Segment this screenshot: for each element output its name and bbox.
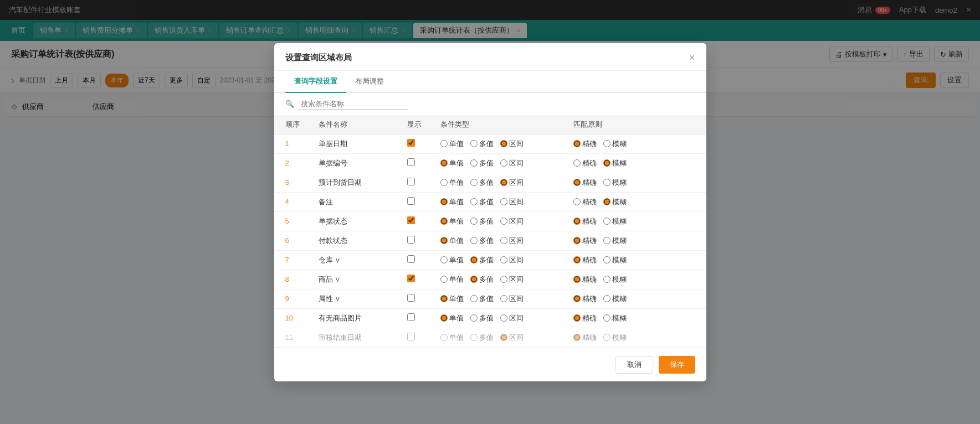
table-column-header: 顺序 条件名称 显示 条件类型 匹配原则 [274, 115, 706, 122]
col-match: 匹配原则 [573, 120, 684, 122]
dialog-search-area: 🔍 [274, 93, 706, 115]
tab-query-fields[interactable]: 查询字段设置 [285, 71, 346, 93]
col-type: 条件类型 [440, 120, 573, 122]
dialog-close-button[interactable]: × [689, 52, 695, 64]
dialog-tabs: 查询字段设置 布局调整 [274, 71, 706, 93]
col-display: 显示 [407, 120, 440, 122]
dialog-title: 设置查询区域布局 [285, 53, 352, 63]
search-icon: 🔍 [285, 100, 294, 108]
dialog-table: 顺序 条件名称 显示 条件类型 匹配原则 1 单据日期 单值 多值 区间 [274, 115, 706, 122]
col-order: 顺序 [285, 120, 319, 122]
tab-layout-adjust[interactable]: 布局调整 [346, 71, 393, 93]
dialog-body: 查询字段设置 布局调整 🔍 顺序 条件名称 显示 条件类型 匹配原 [274, 71, 706, 122]
condition-search-input[interactable] [297, 99, 408, 110]
dialog-header: 设置查询区域布局 × [274, 43, 706, 71]
col-condition-name: 条件名称 [319, 120, 407, 122]
settings-dialog: 设置查询区域布局 × 查询字段设置 布局调整 🔍 [274, 43, 706, 122]
modal-overlay: 设置查询区域布局 × 查询字段设置 布局调整 🔍 [0, 0, 980, 121]
